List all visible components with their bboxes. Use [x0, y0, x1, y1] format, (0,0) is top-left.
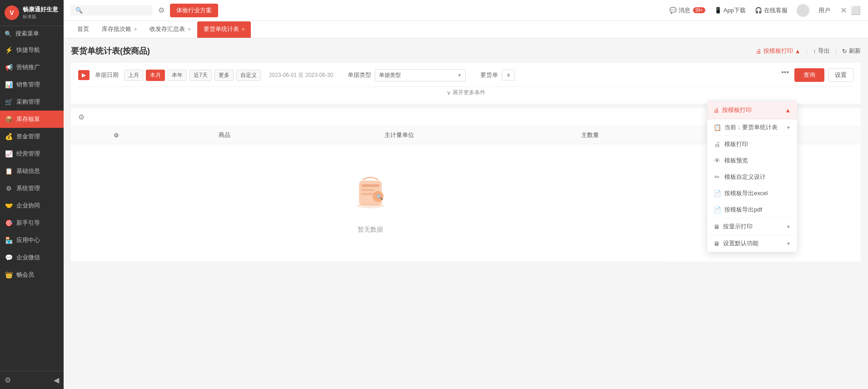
expand-arrow-icon: ∨ [447, 90, 451, 96]
sidebar-item-enterprise[interactable]: 🤝企业协同 [0, 197, 64, 214]
industry-solution-button[interactable]: 体验行业方案 [170, 4, 218, 17]
sidebar-item-sales[interactable]: 📊销售管理 [0, 76, 64, 93]
sidebar-item-purchase[interactable]: 🛒采购管理 [0, 93, 64, 111]
date-btn-1[interactable]: 本月 [146, 70, 165, 81]
sidebar-item-inventory[interactable]: 📦库存核算 [0, 111, 64, 128]
export-button[interactable]: ↑ 导出 [813, 47, 830, 55]
goods-filter-icon: ≡ [507, 72, 510, 78]
label-template_design: 模板自定义设计 [724, 173, 766, 181]
filter-expand-button[interactable]: ▶ [78, 70, 90, 80]
dropdown-close-arrow[interactable]: ▲ [785, 107, 791, 114]
table-settings-icon[interactable]: ⚙ [78, 113, 85, 121]
date-btn-3[interactable]: 近7天 [190, 70, 212, 81]
tab-close-inventory_batch[interactable]: × [134, 26, 137, 32]
page-actions: 🖨 按模板打印 ▲ | ↑ 导出 | ↻ 刷新 [756, 47, 861, 55]
dropdown-group-set_default[interactable]: 🖥设置默认功能▼ [707, 235, 797, 252]
tab-inventory_batch[interactable]: 库存批次账× [95, 21, 143, 38]
group-arrow-set_default: ▼ [786, 241, 791, 246]
settings-button[interactable]: 设置 [828, 68, 853, 82]
sidebar-item-vip[interactable]: 👑畅会员 [0, 266, 64, 283]
refresh-button[interactable]: ↻ 刷新 [842, 47, 861, 55]
nav-icon-vip: 👑 [5, 271, 13, 278]
date-range-display: 2023-06-01 至 2023-06-30 [269, 71, 333, 79]
date-btn-2[interactable]: 本年 [168, 70, 187, 81]
group-label-set_default: 设置默认功能 [723, 239, 758, 248]
svg-rect-2 [361, 184, 379, 187]
nav-label-quick-nav: 快捷导航 [16, 46, 40, 54]
tab-home[interactable]: 首页 [71, 21, 95, 38]
online-support-item[interactable]: 🎧 在线客服 [755, 6, 788, 15]
window-maximize-icon[interactable]: ⬜ [851, 5, 861, 15]
tab-receipt_summary[interactable]: 收发存汇总表× [143, 21, 197, 38]
notification-label: 消息 [678, 6, 690, 15]
nav-label-appstore: 应用中心 [16, 236, 40, 244]
nav-icon-appstore: 🏪 [5, 237, 13, 244]
tab-order_stat[interactable]: 要货单统计表× [197, 21, 251, 38]
svg-text:🔍: 🔍 [376, 193, 383, 200]
dropdown-item-template_preview[interactable]: 👁模板预览 [707, 152, 797, 169]
sidebar-item-wechat[interactable]: 💬企业微信 [0, 249, 64, 266]
expand-more-row[interactable]: ∨ 展开更多条件 [78, 86, 853, 98]
collapse-icon[interactable]: ◀ [54, 376, 59, 384]
download-label: App下载 [723, 6, 746, 15]
query-button[interactable]: 查询 [794, 68, 824, 82]
empty-icon: 🔍 [350, 172, 391, 221]
sidebar-item-marketing[interactable]: 📢营销推广 [0, 59, 64, 76]
refresh-label: 刷新 [849, 47, 861, 55]
nav-icon-inventory: 📦 [5, 116, 13, 123]
expand-more-label: 展开更多条件 [453, 89, 485, 96]
group-divider-set_default [707, 252, 797, 252]
tab-close-order_stat[interactable]: × [242, 26, 244, 32]
sidebar-item-quick-nav[interactable]: ⚡快捷导航 [0, 41, 64, 59]
window-close-icon[interactable]: ✕ [840, 5, 847, 15]
dropdown-item-template_print[interactable]: 🖨模板打印 [707, 136, 797, 152]
settings-icon[interactable]: ⚙ [5, 376, 11, 384]
dropdown-current-template[interactable]: 📋 当前：要货单统计表 ▼ [707, 119, 797, 136]
empty-text: 暂无数据 [358, 226, 383, 234]
settings-gear-icon[interactable]: ⚙ [158, 6, 165, 15]
sidebar-item-appstore[interactable]: 🏪应用中心 [0, 232, 64, 249]
dropdown-item-template_excel[interactable]: 📄按模板导出excel [707, 185, 797, 202]
sidebar-item-system[interactable]: ⚙系统管理 [0, 180, 64, 197]
search-menu-item[interactable]: 🔍 搜索菜单 [0, 26, 64, 41]
dropdown-header: 🖨 按模板打印 ▲ [707, 101, 797, 119]
group-left-display_print: 🖥按显示打印 [713, 222, 753, 231]
divider1: | [806, 48, 808, 55]
tab-close-receipt_summary[interactable]: × [188, 26, 190, 32]
group-left-set_default: 🖥设置默认功能 [713, 239, 758, 248]
dropdown-item-template_design[interactable]: ✏模板自定义设计 [707, 169, 797, 185]
sidebar-item-guide[interactable]: 🎯新手引导 [0, 214, 64, 232]
goods-filter-extra[interactable]: ≡ [502, 70, 515, 81]
nav-label-vip: 畅会员 [16, 271, 34, 279]
search-bar[interactable]: 🔍 [71, 5, 153, 15]
sidebar-bottom: ⚙ ◀ [0, 371, 64, 389]
group-icon-display_print: 🖥 [713, 223, 719, 230]
date-btn-5[interactable]: 自定义 [236, 70, 261, 81]
search-input[interactable] [85, 7, 140, 14]
user-avatar[interactable] [797, 4, 809, 17]
order-type-select[interactable]: 单据类型 ▼ [375, 69, 466, 81]
template-print-button[interactable]: 🖨 按模板打印 ▲ [756, 47, 801, 55]
nav-label-guide: 新手引导 [16, 219, 40, 227]
app-download-item[interactable]: 📱 App下载 [714, 6, 746, 15]
col-settings-icon[interactable]: ⚙ [114, 132, 119, 139]
search-icon: 🔍 [5, 30, 12, 37]
dropdown-group-display_print[interactable]: 🖥按显示打印▼ [707, 218, 797, 235]
sidebar-item-operation[interactable]: 📈经营管理 [0, 145, 64, 162]
dropdown-groups-list: 🖥按显示打印▼🖥设置默认功能▼ [707, 218, 797, 252]
sidebar-item-finance[interactable]: 💰资金管理 [0, 128, 64, 145]
action-buttons-row: ••• 查询 设置 [781, 68, 853, 82]
dropdown-item-template_pdf[interactable]: 📄按模板导出pdf [707, 202, 797, 218]
sidebar-item-basic[interactable]: 📋基础信息 [0, 162, 64, 180]
empty-state: 🔍 暂无数据 [71, 144, 669, 261]
user-name: 用户 [818, 6, 830, 15]
app-logo-text: 畅康通好生意 标准版 [23, 5, 58, 20]
date-btn-0[interactable]: 上月 [124, 70, 143, 81]
col-header-2: 主数量 [511, 126, 670, 144]
filter-bar: ▶ 单据日期 上月本月本年近7天更多自定义 2023-06-01 至 2023-… [71, 63, 861, 104]
col-header-0: 商品 [161, 126, 287, 144]
date-btn-4[interactable]: 更多 [215, 70, 234, 81]
nav-label-inventory: 库存核算 [16, 115, 40, 123]
more-options-icon[interactable]: ••• [781, 68, 789, 82]
notification-item[interactable]: 💬 消息 99+ [669, 6, 705, 15]
